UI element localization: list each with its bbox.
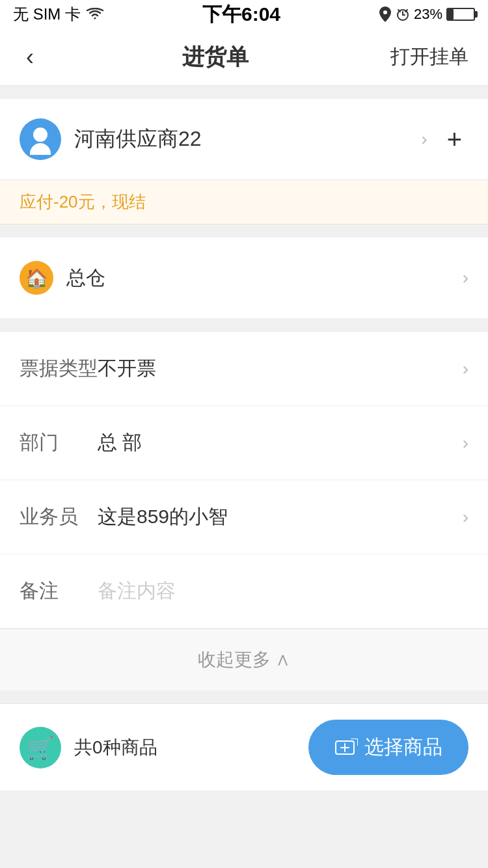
open-pending-button[interactable]: 打开挂单 (390, 44, 468, 70)
cart-icon: 🛒 (27, 735, 54, 761)
battery-icon (446, 8, 475, 21)
alarm-icon (396, 7, 410, 21)
product-count: 共0种商品 (74, 735, 308, 760)
salesperson-chevron-icon: › (463, 507, 468, 528)
department-value: 总 部 (98, 429, 463, 456)
invoice-value: 不开票 (98, 355, 463, 382)
top-divider (0, 86, 488, 99)
bottom-section: 🛒 共0种商品 选择商品 (0, 703, 488, 791)
sep-2 (0, 319, 488, 332)
select-product-label: 选择商品 (364, 734, 442, 761)
location-icon (379, 7, 392, 22)
salesperson-value: 这是859的小智 (98, 504, 463, 530)
add-supplier-button[interactable]: + (441, 125, 468, 154)
supplier-avatar (20, 118, 61, 160)
select-product-icon (334, 739, 358, 757)
warehouse-value: 总仓 (66, 265, 463, 292)
house-icon: 🏠 (25, 267, 48, 289)
supplier-card: 河南供应商22 › + 应付-20元，现结 (0, 99, 488, 224)
department-row[interactable]: 部门 总 部 › (0, 406, 488, 480)
supplier-row[interactable]: 河南供应商22 › + (0, 99, 488, 180)
warehouse-row[interactable]: 🏠 总仓 › (0, 237, 488, 319)
status-bar: 无 SIM 卡 下午6:04 23% (0, 0, 488, 29)
status-right: 23% (379, 6, 475, 23)
select-product-button[interactable]: 选择商品 (308, 720, 468, 775)
invoice-row[interactable]: 票据类型 不开票 › (0, 332, 488, 406)
svg-point-0 (383, 10, 387, 14)
page-title: 进货单 (182, 42, 249, 72)
remark-value: 备注内容 (98, 578, 468, 604)
salesperson-label: 业务员 (20, 504, 98, 530)
supplier-chevron-icon: › (421, 129, 427, 150)
nav-bar: ‹ 进货单 打开挂单 (0, 29, 488, 86)
carrier-text: 无 SIM 卡 (13, 4, 81, 25)
battery-text: 23% (414, 6, 442, 23)
supplier-notice: 应付-20元，现结 (0, 180, 488, 224)
cart-icon-wrapper: 🛒 (20, 727, 61, 768)
wifi-icon (86, 8, 104, 21)
back-button[interactable]: ‹ (20, 37, 40, 77)
remark-row[interactable]: 备注 备注内容 (0, 554, 488, 629)
form-card: 票据类型 不开票 › 部门 总 部 › 业务员 这是859的小智 › 备注 备注… (0, 332, 488, 690)
warehouse-icon-wrapper: 🏠 (20, 261, 53, 295)
salesperson-row[interactable]: 业务员 这是859的小智 › (0, 480, 488, 554)
sep-1 (0, 224, 488, 237)
invoice-label: 票据类型 (20, 355, 98, 382)
remark-label: 备注 (20, 578, 98, 604)
collapse-label: 收起更多 ∧ (198, 647, 291, 672)
sep-3 (0, 690, 488, 703)
department-label: 部门 (20, 429, 98, 456)
collapse-button[interactable]: 收起更多 ∧ (0, 629, 488, 690)
department-chevron-icon: › (463, 433, 468, 454)
invoice-chevron-icon: › (463, 359, 468, 379)
warehouse-card: 🏠 总仓 › (0, 237, 488, 319)
status-time: 下午6:04 (202, 1, 280, 28)
supplier-name: 河南供应商22 (74, 125, 421, 154)
status-left: 无 SIM 卡 (13, 4, 104, 25)
avatar-person-icon (29, 128, 52, 151)
warehouse-chevron-icon: › (463, 267, 468, 288)
